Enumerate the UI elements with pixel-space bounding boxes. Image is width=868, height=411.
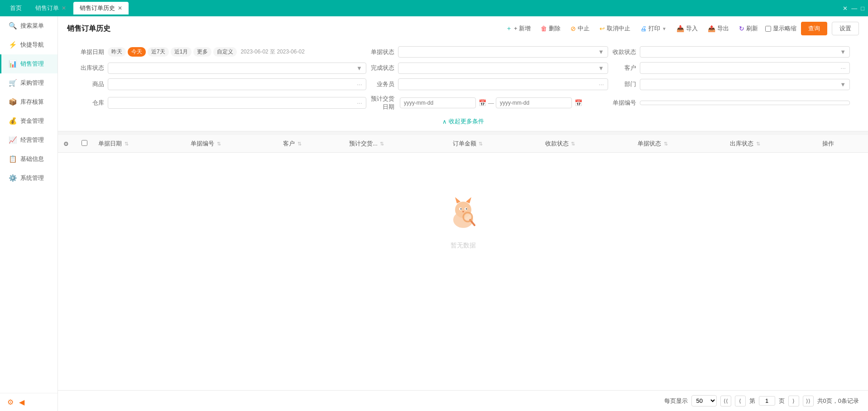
th-amount[interactable]: 订单金额 ⇅ — [447, 135, 540, 153]
print-dropdown-icon[interactable]: ▼ — [662, 26, 667, 31]
quick-nav-icon: ⚡ — [9, 41, 17, 49]
page-size-select[interactable]: 50 10 20 100 — [691, 395, 717, 406]
topbar-close-icon[interactable]: ✕ — [843, 5, 848, 12]
sidebar-item-sys-mgmt[interactable]: ⚙️ 系统管理 — [0, 169, 58, 188]
filter-area: 单据日期 昨天 今天 近7天 近1月 更多 自定义 2023-06-02 至 2… — [67, 41, 859, 131]
export-button[interactable]: 📤 导出 — [705, 23, 732, 34]
filter-delivery-date-col: 预计交货日期 📅 — 📅 — [366, 95, 608, 111]
cancel-button[interactable]: ↩ 取消中止 — [597, 23, 633, 34]
th-settings[interactable]: ⚙ — [58, 135, 76, 153]
tab-home[interactable]: 首页 — [4, 2, 28, 15]
query-button[interactable]: 查询 — [801, 22, 827, 35]
delete-button[interactable]: 🗑 删除 — [538, 23, 563, 34]
department-label: 部门 — [608, 80, 640, 88]
topbar-expand-icon[interactable]: □ — [861, 5, 864, 12]
sidebar-item-search-menu[interactable]: 🔍 搜索菜单 — [0, 16, 58, 35]
th-doc-status[interactable]: 单据状态 ⇅ — [632, 135, 724, 153]
sidebar-item-purchase-mgmt[interactable]: 🛒 采购管理 — [0, 73, 58, 92]
display-cols-input[interactable] — [765, 26, 771, 32]
select-all-checkbox[interactable] — [82, 140, 87, 146]
salesperson-dots[interactable]: ··· — [599, 81, 604, 88]
sidebar-bottom: ⚙ ◀ — [0, 393, 58, 411]
filter-out-status-col: 出库状态 ▼ — [76, 63, 366, 74]
customer-dots[interactable]: ··· — [840, 64, 846, 72]
purchase-mgmt-icon: 🛒 — [9, 79, 17, 87]
date-tag-more[interactable]: 更多 — [193, 47, 211, 57]
stop-button[interactable]: ⊘ 中止 — [568, 23, 592, 34]
warehouse-input[interactable]: ··· — [108, 97, 366, 109]
import-button[interactable]: 📥 导入 — [674, 23, 700, 34]
date-tag-7days[interactable]: 近7天 — [148, 47, 169, 57]
sidebar-item-inventory-label: 库存核算 — [20, 98, 44, 106]
status-select-arrow: ▼ — [598, 48, 604, 55]
print-label: 打印 — [648, 24, 660, 33]
pag-last-btn[interactable]: ⟩⟩ — [803, 396, 814, 406]
setting-button[interactable]: 设置 — [832, 22, 859, 35]
date-tag-yesterday[interactable]: 昨天 — [108, 47, 126, 57]
empty-text: 暂无数据 — [451, 242, 476, 250]
th-customer[interactable]: 客户 ⇅ — [278, 135, 344, 153]
tab-sales-order-history[interactable]: 销售订单历史 ✕ — [73, 2, 129, 15]
collapse-row[interactable]: ∧ 收起更多条件 — [76, 116, 850, 129]
goods-dots[interactable]: ··· — [357, 81, 362, 88]
doc-number-input[interactable] — [640, 101, 850, 105]
svg-point-6 — [460, 208, 461, 210]
tab-sales-order-history-close[interactable]: ✕ — [118, 5, 122, 11]
th-checkbox[interactable] — [76, 135, 93, 153]
pag-prev-btn[interactable]: ⟨ — [735, 396, 746, 406]
topbar-minimize-icon[interactable]: — — [851, 5, 857, 12]
sidebar-collapse-icon[interactable]: ◀ — [19, 398, 24, 406]
display-cols-checkbox[interactable]: 显示略缩 — [765, 24, 796, 33]
sidebar-item-operations[interactable]: 📈 经营管理 — [0, 131, 58, 150]
payment-select[interactable]: ▼ — [640, 46, 850, 58]
stop-label: 中止 — [578, 24, 590, 33]
delivery-date-end-calendar-icon[interactable]: 📅 — [575, 99, 582, 106]
status-select[interactable]: ▼ — [398, 46, 608, 58]
complete-label: 完成状态 — [366, 64, 398, 72]
date-tag-custom[interactable]: 自定义 — [213, 47, 237, 57]
import-label: 导入 — [686, 24, 698, 33]
sidebar-item-sales-mgmt[interactable]: 📊 销售管理 — [0, 54, 58, 73]
operations-icon: 📈 — [9, 136, 17, 144]
complete-select[interactable]: ▼ — [398, 63, 608, 74]
sidebar-item-finance[interactable]: 💰 资金管理 — [0, 111, 58, 131]
th-payment-status[interactable]: 收款状态 ⇅ — [540, 135, 632, 153]
salesperson-input[interactable]: ··· — [398, 78, 608, 90]
th-delivery[interactable]: 预计交货... ⇅ — [344, 135, 447, 153]
warehouse-dots[interactable]: ··· — [357, 99, 362, 106]
delivery-date-start-input[interactable] — [400, 97, 476, 108]
finance-icon: 💰 — [9, 117, 17, 125]
customer-input[interactable]: ··· — [640, 62, 850, 74]
th-number[interactable]: 单据编号 ⇅ — [185, 135, 278, 153]
page-title: 销售订单历史 — [67, 24, 110, 34]
sidebar-item-basic-info[interactable]: 📋 基础信息 — [0, 150, 58, 169]
th-date[interactable]: 单据日期 ⇅ — [93, 135, 185, 153]
pag-next-btn[interactable]: ⟩ — [788, 396, 799, 406]
payment-select-arrow: ▼ — [840, 48, 846, 55]
delivery-date-start-calendar-icon[interactable]: 📅 — [479, 99, 486, 106]
empty-state: 暂无数据 — [58, 153, 868, 286]
delivery-date-end-input[interactable] — [496, 97, 572, 108]
out-status-select[interactable]: ▼ — [108, 63, 366, 74]
new-button[interactable]: ＋ + 新增 — [503, 23, 533, 34]
goods-input[interactable]: ··· — [108, 78, 366, 90]
tab-sales-order-close[interactable]: ✕ — [62, 5, 66, 11]
th-out-status-sort-icon: ⇅ — [756, 141, 760, 146]
tab-sales-order[interactable]: 销售订单 ✕ — [29, 2, 72, 15]
print-button[interactable]: 🖨 打印 ▼ — [638, 23, 669, 34]
filter-payment-col: 收款状态 ▼ — [608, 46, 850, 58]
filter-salesperson-col: 业务员 ··· — [366, 78, 608, 90]
th-out-status[interactable]: 出库状态 ⇅ — [724, 135, 817, 153]
refresh-button[interactable]: ↻ 刷新 — [736, 23, 761, 34]
pag-first-btn[interactable]: ⟨⟨ — [720, 396, 731, 406]
sidebar-settings-icon[interactable]: ⚙ — [7, 398, 14, 406]
date-tags: 昨天 今天 近7天 近1月 更多 自定义 2023-06-02 至 2023-0… — [108, 47, 305, 57]
date-tag-1month[interactable]: 近1月 — [171, 47, 192, 57]
date-tag-today[interactable]: 今天 — [128, 47, 146, 57]
sidebar-item-quick-nav[interactable]: ⚡ 快捷导航 — [0, 35, 58, 54]
sidebar-item-inventory[interactable]: 📦 库存核算 — [0, 92, 58, 111]
pag-page-input[interactable] — [759, 396, 775, 406]
filter-customer-col: 客户 ··· — [608, 62, 850, 74]
department-select[interactable]: ▼ — [640, 79, 850, 90]
delivery-date-label: 预计交货日期 — [366, 95, 398, 111]
